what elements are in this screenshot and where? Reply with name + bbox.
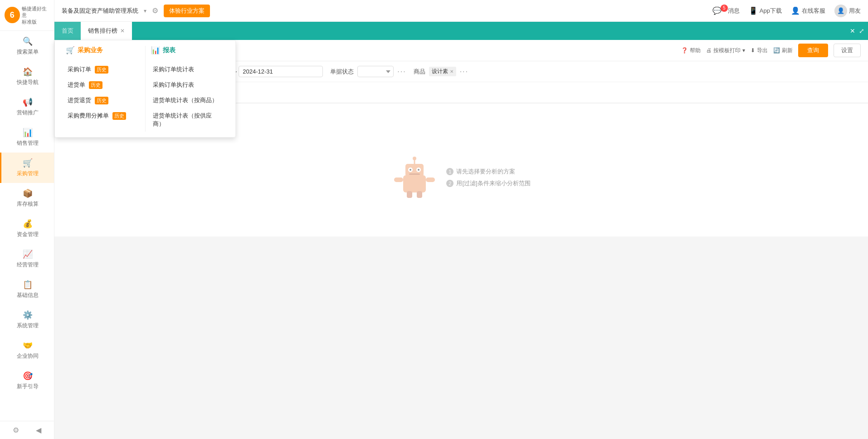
online-service-button[interactable]: 👤 在线客服 xyxy=(791,6,825,15)
message-label: 消息 xyxy=(728,7,740,15)
nav-label-purchase: 采购管理 xyxy=(17,170,39,178)
date-end-input[interactable] xyxy=(239,66,323,77)
purchase-order-history-badge: 历史 xyxy=(95,66,108,74)
goods-label: 商品 xyxy=(414,68,425,76)
empty-tip-1: 1 请先选择要分析的方案 xyxy=(446,166,530,178)
sidebar-item-basic[interactable]: 📋基础信息 xyxy=(0,274,54,305)
window-maximize-icon[interactable]: ⤢ xyxy=(859,27,864,35)
app-download-button[interactable]: 📱 App下载 xyxy=(749,6,782,15)
status-more-icon[interactable]: ··· xyxy=(397,68,406,76)
topbar: 装备及固定资产辅助管理系统 ▾ ⚙ 体验行业方案 💬 5 消息 📱 App下载 … xyxy=(54,0,868,22)
purchase-order-stats-label: 采购订单统计表 xyxy=(153,65,194,74)
sidebar-item-sales[interactable]: 📊销售管理 xyxy=(0,122,54,153)
sidebar-item-operations[interactable]: 📈经营管理 xyxy=(0,244,54,274)
incoming-stats-supplier-label: 进货单统计表（按供应商） xyxy=(153,112,223,128)
finance-icon: 💰 xyxy=(23,219,33,229)
logo-icon: 6 xyxy=(5,7,20,23)
svg-rect-6 xyxy=(409,173,420,175)
topbar-settings-icon[interactable]: ⚙ xyxy=(152,6,158,15)
svg-rect-7 xyxy=(394,178,403,182)
help-label: 帮助 xyxy=(690,47,701,54)
incoming-stats-goods-label: 进货单统计表（按商品） xyxy=(153,96,218,104)
marketing-icon: 📢 xyxy=(23,97,33,107)
tab-sales-rank-label: 销售排行榜 xyxy=(88,27,117,35)
sidebar-item-collab[interactable]: 🤝企业协同 xyxy=(0,335,54,365)
incoming-return-item[interactable]: 进货退货 历史 xyxy=(66,93,140,108)
service-label: 在线客服 xyxy=(802,7,825,15)
purchase-dropdown-menu: 🛒 采购业务 采购订单 历史 进货单 历史 进货退货 历史 采购费用分摊单 历史 xyxy=(54,40,236,138)
refresh-label: 刷新 xyxy=(782,47,793,54)
goods-tag-text: 设计素 xyxy=(432,68,448,75)
sidebar-item-search[interactable]: 🔍搜索菜单 xyxy=(0,31,54,61)
search-icon: 🔍 xyxy=(23,36,33,46)
purchase-order-label: 采购订单 xyxy=(68,65,91,74)
nav-label-basic: 基础信息 xyxy=(17,291,39,299)
tip-number-1: 1 xyxy=(446,168,454,175)
print-button[interactable]: 🖨 按模板打印 ▾ xyxy=(706,47,745,54)
nav-label-system: 系统管理 xyxy=(17,322,39,330)
sidebar-logo: 6 畅捷通好生意 标准版 xyxy=(0,0,54,31)
industry-solution-button[interactable]: 体验行业方案 xyxy=(164,5,210,17)
status-select[interactable] xyxy=(357,66,394,77)
purchase-col-icon: 🛒 xyxy=(66,46,75,54)
report-col: 📊 报表 采购订单统计表 采购订单执行表 进货单统计表（按商品） 进货单统计表（… xyxy=(146,46,230,132)
purchase-expense-item[interactable]: 采购费用分摊单 历史 xyxy=(66,108,140,123)
refresh-button[interactable]: 🔄 刷新 xyxy=(773,47,793,54)
svg-point-5 xyxy=(418,169,419,171)
incoming-return-label: 进货退货 xyxy=(68,96,91,104)
nav-label-inventory: 库存核算 xyxy=(17,200,39,208)
nav-label-marketing: 营销推广 xyxy=(17,109,39,117)
sidebar-item-guide[interactable]: 🎯新手引导 xyxy=(0,365,54,396)
basic-icon: 📋 xyxy=(23,280,33,290)
incoming-stats-goods-item[interactable]: 进货单统计表（按商品） xyxy=(151,93,225,108)
tab-home[interactable]: 首页 xyxy=(54,22,81,40)
goods-tag-close-icon[interactable]: ✕ xyxy=(450,69,454,74)
tab-sales-rank[interactable]: 销售排行榜 ✕ xyxy=(81,22,132,40)
purchase-col-title: 采购业务 xyxy=(78,46,103,54)
tip-text-1: 请先选择要分析的方案 xyxy=(456,166,515,178)
purchase-order-item[interactable]: 采购订单 历史 xyxy=(66,62,140,77)
user-avatar: 👤 xyxy=(834,5,847,17)
sidebar-item-quicknav[interactable]: 🏠快捷导航 xyxy=(0,61,54,92)
tip-text-2: 用[过滤]条件来缩小分析范围 xyxy=(456,178,530,189)
sidebar-item-inventory[interactable]: 📦库存核算 xyxy=(0,183,54,213)
svg-rect-10 xyxy=(417,191,422,198)
sidebar-item-system[interactable]: ⚙️系统管理 xyxy=(0,305,54,335)
tab-close-icon[interactable]: ✕ xyxy=(120,28,125,34)
tabbar: 首页 销售排行榜 ✕ ✕ ⤢ xyxy=(54,22,868,40)
help-button[interactable]: ❓ 帮助 xyxy=(681,47,701,54)
incoming-goods-item[interactable]: 进货单 历史 xyxy=(66,77,140,93)
purchase-order-exec-item[interactable]: 采购订单执行表 xyxy=(151,77,225,93)
svg-point-12 xyxy=(413,157,416,160)
purchase-icon: 🛒 xyxy=(23,158,33,168)
settings-button[interactable]: 设置 xyxy=(834,44,861,57)
window-close-icon[interactable]: ✕ xyxy=(850,27,855,35)
user-menu-button[interactable]: 👤 用友 xyxy=(834,5,861,17)
mobile-icon: 📱 xyxy=(749,6,758,15)
sidebar-item-purchase[interactable]: 🛒采购管理 xyxy=(0,153,54,183)
nav-label-guide: 新手引导 xyxy=(17,383,39,390)
nav-label-collab: 企业协同 xyxy=(17,352,39,360)
report-col-icon: 📊 xyxy=(151,46,160,54)
dropdown-overlay: 🛒 采购业务 采购订单 历史 进货单 历史 进货退货 历史 采购费用分摊单 历史 xyxy=(54,40,236,138)
sales-icon: 📊 xyxy=(23,128,33,138)
incoming-stats-supplier-item[interactable]: 进货单统计表（按供应商） xyxy=(151,108,225,132)
message-badge: 5 xyxy=(721,5,728,12)
inventory-icon: 📦 xyxy=(23,188,33,198)
sidebar-collapse-icon[interactable]: ◀ xyxy=(36,426,41,434)
sidebar-item-marketing[interactable]: 📢营销推广 xyxy=(0,92,54,122)
nav-label-quicknav: 快捷导航 xyxy=(17,79,39,86)
report-col-title: 报表 xyxy=(163,46,176,54)
sidebar-item-finance[interactable]: 💰资金管理 xyxy=(0,213,54,244)
export-icon: ⬇ xyxy=(751,47,755,54)
export-button[interactable]: ⬇ 导出 xyxy=(751,47,768,54)
query-button[interactable]: 查询 xyxy=(798,44,828,57)
purchase-col: 🛒 采购业务 采购订单 历史 进货单 历史 进货退货 历史 采购费用分摊单 历史 xyxy=(60,46,146,132)
purchase-order-stats-item[interactable]: 采购订单统计表 xyxy=(151,62,225,77)
sidebar-settings-icon[interactable]: ⚙ xyxy=(13,426,19,434)
goods-more-icon[interactable]: ··· xyxy=(460,68,468,76)
operations-icon: 📈 xyxy=(23,249,33,259)
topbar-dropdown-arrow[interactable]: ▾ xyxy=(144,8,146,14)
message-button[interactable]: 💬 5 消息 xyxy=(712,6,740,15)
print-dropdown-arrow[interactable]: ▾ xyxy=(742,47,745,54)
